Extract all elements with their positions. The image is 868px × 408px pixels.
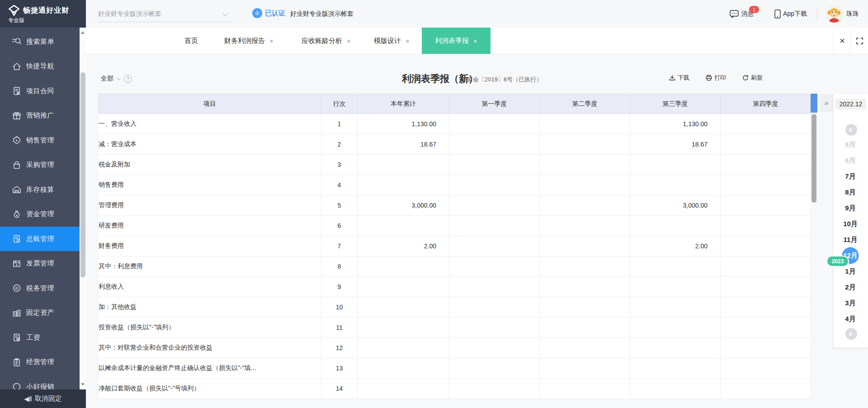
line-no-cell: 11 <box>321 318 358 338</box>
month-item[interactable]: 6月 <box>845 157 855 165</box>
svg-text:¥: ¥ <box>15 138 18 142</box>
value-cell <box>630 379 721 399</box>
tab-label: 财务利润报告 <box>224 37 265 45</box>
question-circle-icon[interactable]: ? <box>124 75 132 83</box>
month-item[interactable]: 9月 <box>845 204 855 213</box>
account-name: 好业财专业版演示帐套 <box>290 10 354 18</box>
account-select[interactable]: 好业财专业版演示帐套 <box>98 6 234 22</box>
sidebar-item-asset[interactable]: 固定资产 <box>0 301 80 325</box>
unpin-label: 取消固定 <box>35 394 62 403</box>
tab-4[interactable]: 利润表季报× <box>422 28 491 54</box>
sidebar-item-label: 资金管理 <box>26 210 54 218</box>
value-cell <box>540 195 630 216</box>
month-item[interactable]: 2月 <box>845 283 855 292</box>
app-download-button[interactable]: App下载 <box>774 9 807 19</box>
sidebar-item-ledger[interactable]: ¥总账管理 <box>0 227 80 251</box>
double-arrow-right-icon: » <box>824 99 828 108</box>
months-scroll-up-button[interactable]: « <box>845 124 857 136</box>
current-period-button[interactable]: 2022.12 <box>835 99 866 109</box>
report-actions: 下载打印刷新 <box>669 74 763 82</box>
svg-text:¥: ¥ <box>18 239 19 242</box>
value-cell <box>630 256 721 277</box>
line-no-cell: 3 <box>321 155 358 175</box>
table-row: 税金及附加3 <box>99 155 811 175</box>
scope-filter[interactable]: 全部 ? <box>101 75 132 83</box>
double-chevron-down-icon: » <box>848 332 855 336</box>
close-tab-icon[interactable]: × <box>406 37 410 45</box>
sidebar-item-label: 总账管理 <box>26 235 54 243</box>
expand-period-panel-button[interactable]: » <box>820 94 833 112</box>
sidebar-item-operation[interactable]: 经营管理 <box>0 350 80 375</box>
close-tab-button[interactable]: × <box>833 28 851 53</box>
value-cell <box>630 277 721 297</box>
month-item[interactable]: 8月 <box>845 188 855 197</box>
value-cell <box>540 134 630 155</box>
close-tab-icon[interactable]: × <box>347 37 351 45</box>
messages-count-badge: 1 <box>749 6 759 13</box>
value-cell <box>449 297 540 318</box>
table-row: 销售费用4 <box>99 175 811 195</box>
tab-home[interactable]: 首页 <box>184 28 198 54</box>
close-tab-icon[interactable]: × <box>269 37 274 45</box>
download-button[interactable]: 下载 <box>669 74 689 82</box>
value-cell <box>540 155 630 175</box>
value-cell <box>449 175 540 195</box>
user-menu[interactable]: 珠珠 <box>826 5 859 23</box>
table-scrollbar-thumb[interactable] <box>811 114 816 203</box>
value-cell <box>358 175 449 195</box>
months-scroll-down-button[interactable]: » <box>845 328 857 340</box>
download-icon <box>669 75 675 81</box>
scroll-down-arrow-icon[interactable] <box>81 383 85 386</box>
value-cell: 18.67 <box>358 134 449 155</box>
line-no-cell: 9 <box>321 277 358 297</box>
column-header: 第四季度 <box>721 94 811 114</box>
verified-badge[interactable]: 企 已认证 <box>252 8 285 18</box>
fullscreen-button[interactable] <box>850 28 868 53</box>
search-icon <box>12 37 22 47</box>
tab-1[interactable]: 财务利润报告× <box>224 28 274 54</box>
table-row: 研发费用6 <box>99 216 811 236</box>
month-item[interactable]: 5月 <box>845 141 855 149</box>
month-item[interactable]: 3月 <box>845 299 855 308</box>
tax-icon: 税 <box>12 283 22 293</box>
messages-button[interactable]: 消息 1 <box>730 10 754 18</box>
sidebar-item-payroll[interactable]: 工资 <box>0 325 80 350</box>
scope-filter-value: 全部 <box>101 75 113 83</box>
close-tab-icon[interactable]: × <box>473 37 477 45</box>
sidebar-item-sales[interactable]: ¥销售管理 <box>0 128 80 152</box>
value-cell <box>540 297 630 318</box>
tab-3[interactable]: 模版设计× <box>374 28 410 54</box>
content-scrollbar-thumb-left[interactable] <box>81 72 85 277</box>
unpin-sidebar-button[interactable]: ◀‖ 取消固定 <box>0 389 86 408</box>
tab-2[interactable]: 应收账龄分析× <box>302 28 351 54</box>
value-cell: 3,000.00 <box>358 195 449 216</box>
scroll-up-arrow-icon[interactable] <box>81 31 85 34</box>
month-item[interactable]: 4月 <box>845 315 855 323</box>
sidebar-item-invoice[interactable]: ¥发票管理 <box>0 251 80 276</box>
sidebar-item-gift[interactable]: 营销推广 <box>0 104 80 128</box>
sidebar-item-warehouse[interactable]: 库存核算 <box>0 177 80 202</box>
month-item[interactable]: 10月 <box>843 220 858 228</box>
item-cell: 减：营业成本 <box>99 134 321 155</box>
sidebar-item-label: 营销推广 <box>26 111 54 120</box>
line-no-cell: 14 <box>321 379 358 399</box>
print-button[interactable]: 打印 <box>706 74 726 82</box>
refresh-button[interactable]: 刷新 <box>742 74 763 82</box>
value-cell <box>449 114 540 134</box>
month-item[interactable]: 11月 <box>844 236 858 244</box>
sidebar-item-contract[interactable]: 项目合同 <box>0 79 80 103</box>
sidebar-item-label: 库存核算 <box>26 185 54 194</box>
value-cell: 3,000.00 <box>630 195 721 216</box>
sidebar-item-bag[interactable]: 采购管理 <box>0 153 80 177</box>
user-name: 珠珠 <box>846 10 859 18</box>
action-label: 下载 <box>678 74 689 82</box>
sidebar-item-money[interactable]: ¥资金管理 <box>0 202 80 227</box>
sidebar-item-home[interactable]: 快捷导航 <box>0 54 80 79</box>
sidebar-item-tax[interactable]: 税税务管理 <box>0 276 80 300</box>
month-item[interactable]: 1月 <box>845 267 855 276</box>
sidebar-item-search[interactable]: 搜索菜单 <box>0 29 80 54</box>
sidebar-item-label: 采购管理 <box>26 161 54 169</box>
phone-icon <box>774 9 781 19</box>
value-cell: 1,130.00 <box>358 114 449 134</box>
month-item[interactable]: 7月 <box>845 172 855 181</box>
